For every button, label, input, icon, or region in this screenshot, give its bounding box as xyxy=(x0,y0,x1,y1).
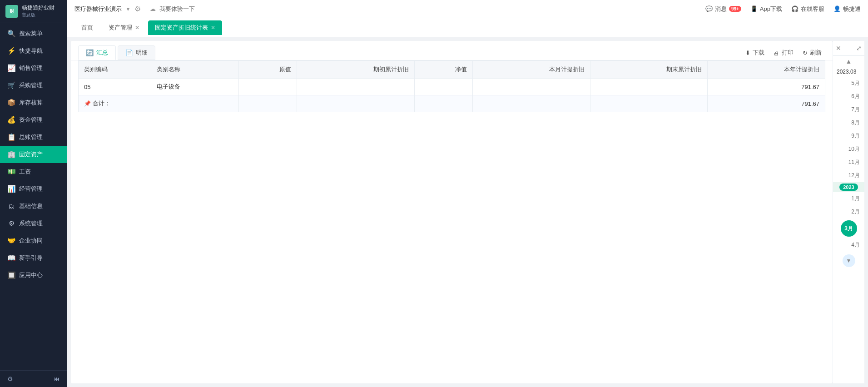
timeline-month-12月[interactable]: 12月 xyxy=(833,169,864,182)
sidebar-label-capital: 资金管理 xyxy=(19,116,43,124)
timeline-close-btn[interactable]: ✕ xyxy=(836,45,841,52)
sidebar-item-fixed-assets[interactable]: 🏢 固定资产 xyxy=(0,146,67,163)
sidebar-label-salary: 工资 xyxy=(19,168,31,176)
timeline-month-5月[interactable]: 5月 xyxy=(833,77,864,90)
collapse-icon[interactable]: ⏮ xyxy=(54,375,60,382)
timeline-month-11月[interactable]: 11月 xyxy=(833,156,864,169)
sidebar-label-system: 系统管理 xyxy=(19,219,43,228)
sub-tab-summary[interactable]: 🔄 汇总 xyxy=(78,45,116,60)
company-settings-icon[interactable]: ⚙ xyxy=(134,5,141,13)
timeline-month-4[interactable]: 4月 xyxy=(833,238,864,252)
sidebar-icon-base-info: 🗂 xyxy=(7,202,15,210)
cell-code: 05 xyxy=(79,79,151,95)
sidebar-icon-search: 🔍 xyxy=(7,30,15,38)
sidebar-item-salary[interactable]: 💵 工资 xyxy=(0,163,67,180)
sidebar-icon-app-center: 🔲 xyxy=(7,271,15,279)
tabs-bar: 首页 资产管理 ✕ 固定资产折旧统计表 ✕ xyxy=(67,18,868,37)
timeline-month-1月[interactable]: 1月 xyxy=(833,192,864,205)
sidebar-label-search: 搜索菜单 xyxy=(19,30,43,38)
sidebar-icon-system: ⚙ xyxy=(7,219,15,228)
sidebar-item-search[interactable]: 🔍 搜索菜单 xyxy=(0,25,67,42)
sidebar-icon-management: 📊 xyxy=(7,185,15,193)
message-icon: 💬 xyxy=(705,5,713,12)
online-service-btn[interactable]: 🎧 在线客服 xyxy=(791,5,824,13)
timeline-month-active-3[interactable]: 3月 xyxy=(841,220,857,237)
sidebar-item-sales[interactable]: 📈 销售管理 xyxy=(0,60,67,77)
sidebar-nav: 🔍 搜索菜单 ⚡ 快捷导航 📈 销售管理 🛒 采购管理 📦 库存核算 💰 资金管… xyxy=(0,23,67,370)
cell-end-dep xyxy=(590,79,708,95)
summary-icon: 🔄 xyxy=(86,49,94,56)
timeline-scroll-up[interactable]: ▲ xyxy=(833,56,864,67)
sidebar-label-management: 经营管理 xyxy=(19,185,43,193)
timeline-month-9月[interactable]: 9月 xyxy=(833,129,864,143)
tab-close-depreciation-report[interactable]: ✕ xyxy=(211,25,215,31)
col-header-end-dep: 期末累计折旧 xyxy=(590,61,708,79)
content-area: 🔄 汇总 📄 明细 ⬇ 下载 🖨 打印 ↻ xyxy=(67,37,868,387)
sidebar-item-quick-nav[interactable]: ⚡ 快捷导航 xyxy=(0,42,67,60)
settings-icon[interactable]: ⚙ xyxy=(7,375,13,382)
sidebar-item-app-center[interactable]: 🔲 应用中心 xyxy=(0,267,67,284)
asset-management-tab-label: 资产管理 xyxy=(109,24,132,32)
sidebar-icon-guide: 📖 xyxy=(7,254,15,262)
company-dropdown-icon[interactable]: ▼ xyxy=(125,6,131,12)
print-btn[interactable]: 🖨 打印 xyxy=(770,47,797,59)
timeline-bottom-circle[interactable]: ▼ xyxy=(843,254,855,267)
sidebar-item-inventory[interactable]: 📦 库存核算 xyxy=(0,94,67,111)
sidebar-item-guide[interactable]: 📖 新手引导 xyxy=(0,249,67,267)
company-name[interactable]: 医疗器械行业演示 xyxy=(74,5,122,13)
total-original xyxy=(239,95,297,112)
app-download-btn[interactable]: 📱 App下载 xyxy=(750,5,782,13)
sidebar-label-ledger: 总账管理 xyxy=(19,133,43,141)
refresh-icon: ↻ xyxy=(803,50,808,56)
sidebar-icon-purchase: 🛒 xyxy=(7,81,15,89)
sidebar-label-quick-nav: 快捷导航 xyxy=(19,47,43,55)
timeline-month-7月[interactable]: 7月 xyxy=(833,103,864,116)
sidebar-item-purchase[interactable]: 🛒 采购管理 xyxy=(0,77,67,94)
timeline-expand-btn[interactable]: ⤢ xyxy=(856,45,862,52)
cell-monthly-dep xyxy=(473,79,590,95)
col-header-monthly-dep: 本月计提折旧 xyxy=(473,61,590,79)
app-name: 畅捷通好业财 xyxy=(22,5,55,12)
sidebar-label-purchase: 采购管理 xyxy=(19,81,43,89)
download-btn[interactable]: ⬇ 下载 xyxy=(742,47,768,59)
message-btn[interactable]: 💬 消息 99+ xyxy=(705,5,741,13)
table-row: 05 电子设备 791.67 xyxy=(79,79,825,95)
total-annual-dep: 791.67 xyxy=(708,95,825,112)
timeline-month-8月[interactable]: 8月 xyxy=(833,116,864,129)
sidebar-item-ledger[interactable]: 📋 总账管理 xyxy=(0,129,67,146)
table-container: 类别编码 类别名称 原值 期初累计折旧 净值 本月计提折旧 期末累计折旧 本年计… xyxy=(71,60,833,383)
timeline-month-6月[interactable]: 6月 xyxy=(833,90,864,103)
download-icon: ⬇ xyxy=(745,50,750,56)
tab-asset-management[interactable]: 资产管理 ✕ xyxy=(102,20,146,35)
col-header-name: 类别名称 xyxy=(151,61,239,79)
message-badge: 99+ xyxy=(729,6,741,12)
sidebar-logo: 财 畅捷通好业财 普及版 xyxy=(0,0,67,23)
sidebar-item-capital[interactable]: 💰 资金管理 xyxy=(0,111,67,129)
refresh-btn[interactable]: ↻ 刷新 xyxy=(799,47,825,59)
cell-annual-dep: 791.67 xyxy=(708,79,825,95)
sidebar-item-system[interactable]: ⚙ 系统管理 xyxy=(0,215,67,232)
col-header-code: 类别编码 xyxy=(79,61,151,79)
col-header-initial-dep: 期初累计折旧 xyxy=(297,61,415,79)
table-total-row: 📌合计： 791.67 xyxy=(79,95,825,112)
experience-btn[interactable]: 我要体验一下 xyxy=(159,5,195,13)
timeline-month-10月[interactable]: 10月 xyxy=(833,143,864,156)
tab-home[interactable]: 首页 xyxy=(74,20,100,35)
sidebar-label-sales: 销售管理 xyxy=(19,64,43,72)
content-panel: 🔄 汇总 📄 明细 ⬇ 下载 🖨 打印 ↻ xyxy=(71,41,833,383)
timeline-month-2月[interactable]: 2月 xyxy=(833,205,864,218)
sidebar-label-base-info: 基础信息 xyxy=(19,202,43,210)
sidebar-icon-salary: 💵 xyxy=(7,168,15,176)
sidebar-icon-inventory: 📦 xyxy=(7,99,15,107)
sidebar-item-base-info[interactable]: 🗂 基础信息 xyxy=(0,198,67,215)
timeline-year-2023[interactable]: 2023 xyxy=(833,182,864,192)
tab-close-asset-management[interactable]: ✕ xyxy=(135,25,139,31)
tab-depreciation-report[interactable]: 固定资产折旧统计表 ✕ xyxy=(148,20,222,35)
summary-tab-label: 汇总 xyxy=(96,49,108,57)
sidebar-item-cooperation[interactable]: 🤝 企业协同 xyxy=(0,232,67,249)
sidebar: 财 畅捷通好业财 普及版 🔍 搜索菜单 ⚡ 快捷导航 📈 销售管理 🛒 采购管理… xyxy=(0,0,67,387)
sidebar-label-fixed-assets: 固定资产 xyxy=(19,150,43,159)
sub-tab-detail[interactable]: 📄 明细 xyxy=(118,45,155,60)
timeline-prev-year-label: 2023.03 xyxy=(833,67,864,77)
sidebar-item-management[interactable]: 📊 经营管理 xyxy=(0,180,67,198)
